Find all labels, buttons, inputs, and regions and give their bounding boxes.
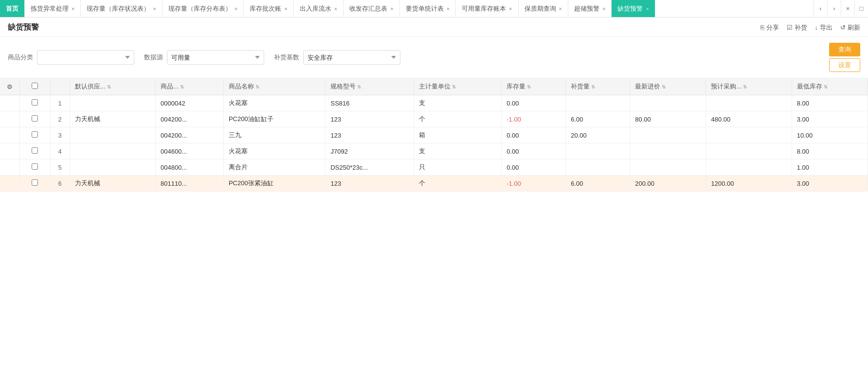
stock-sort-icon: ⇅ xyxy=(527,84,531,89)
row-supplier-2 xyxy=(70,127,155,143)
row-stock-2: 0.00 xyxy=(502,127,566,143)
row-num-0: 1 xyxy=(50,95,70,111)
tab-nav-buttons: ‹ › × □ xyxy=(814,0,868,18)
row-checkbox-3[interactable] xyxy=(32,147,38,154)
tab-close-all-button[interactable]: × xyxy=(841,0,854,18)
column-header-supplier[interactable]: 默认供应...⇅ xyxy=(70,78,155,95)
min-stock-col-label: 最低库存 xyxy=(797,82,822,91)
row-supplier-3 xyxy=(70,143,155,159)
row-checkbox-4[interactable] xyxy=(32,163,38,170)
row-checkbox-2[interactable] xyxy=(32,131,38,138)
tab-prev-button[interactable]: ‹ xyxy=(814,0,827,18)
row-code-0: 0000042 xyxy=(156,95,224,111)
row-num-4: 5 xyxy=(50,159,70,176)
tab-close-receive-summary[interactable]: × xyxy=(390,6,393,12)
tab-receive-summary[interactable]: 收发存汇总表× xyxy=(344,0,399,18)
row-spec-0: SS816 xyxy=(326,95,414,111)
tab-close-available-ledger[interactable]: × xyxy=(509,6,512,12)
tab-close-inout-flow[interactable]: × xyxy=(334,6,337,12)
tab-maximize-button[interactable]: □ xyxy=(854,0,868,18)
row-checkbox-cell-1 xyxy=(19,111,50,127)
est-purchase-sort-icon: ⇅ xyxy=(743,84,747,89)
table-row[interactable]: 2力天机械004200...PC200油缸缸子123个-1.006.0080.0… xyxy=(0,111,868,127)
share-action[interactable]: ⎘ 分享 xyxy=(760,23,779,32)
query-button[interactable]: 查询 xyxy=(829,43,860,56)
column-header-replenish[interactable]: 补货量⇅ xyxy=(566,78,630,95)
refresh-action[interactable]: ↺ 刷新 xyxy=(840,23,860,32)
tab-overstock[interactable]: 超储预警× xyxy=(568,0,612,18)
row-checkbox-5[interactable] xyxy=(32,179,38,186)
supplier-col-label: 默认供应... xyxy=(75,82,106,91)
row-checkbox-0[interactable] xyxy=(32,99,38,106)
tab-shortage[interactable]: 缺货预警× xyxy=(612,0,655,18)
code-col-label: 商品... xyxy=(161,82,179,91)
tab-home[interactable]: 首页 xyxy=(0,0,25,18)
tab-close-batch[interactable]: × xyxy=(284,6,287,12)
column-header-latest-price[interactable]: 最新进价⇅ xyxy=(630,78,706,95)
tab-close-inventory-dist[interactable]: × xyxy=(235,6,237,12)
tab-close-overstock[interactable]: × xyxy=(602,6,605,12)
replenish-action[interactable]: ☑ 补货 xyxy=(787,23,807,32)
replenish-icon: ☑ xyxy=(787,24,793,31)
row-num-2: 3 xyxy=(50,127,70,143)
export-icon: ↓ xyxy=(815,24,818,31)
tab-label-inventory-status: 现存量（库存状况表） xyxy=(87,4,150,13)
row-unit-2: 箱 xyxy=(414,127,501,143)
row-est-purchase-0 xyxy=(706,95,792,111)
column-header-gear[interactable]: ⚙ xyxy=(0,78,19,95)
tab-close-requisition[interactable]: × xyxy=(447,6,450,12)
settings-button[interactable]: 设置 xyxy=(829,58,860,72)
row-min-stock-4: 1.00 xyxy=(792,159,868,176)
export-action[interactable]: ↓ 导出 xyxy=(815,23,833,32)
row-num-1: 2 xyxy=(50,111,70,127)
row-stock-1: -1.00 xyxy=(502,111,566,127)
row-min-stock-0: 8.00 xyxy=(792,95,868,111)
row-supplier-0 xyxy=(70,95,155,111)
row-spec-4: DS250*23c... xyxy=(326,159,414,176)
page-content: 缺货预警 ⎘ 分享 ☑ 补货 ↓ 导出 ↺ 刷新 商品分类 xyxy=(0,18,868,387)
datasource-select[interactable]: 可用量 库存量 xyxy=(167,50,264,65)
column-header-spec[interactable]: 规格型号⇅ xyxy=(326,78,414,95)
table-row[interactable]: 4004600...火花塞J7092支0.008.00 xyxy=(0,143,868,159)
row-checkbox-1[interactable] xyxy=(32,115,38,122)
column-header-code[interactable]: 商品...⇅ xyxy=(156,78,224,95)
row-checkbox-cell-5 xyxy=(19,176,50,192)
row-checkbox-cell-3 xyxy=(19,143,50,159)
row-unit-1: 个 xyxy=(414,111,501,127)
tab-batch[interactable]: 库存批次账× xyxy=(244,0,293,18)
table-row[interactable]: 5004800...离合片DS250*23c...只0.001.00 xyxy=(0,159,868,176)
category-select[interactable] xyxy=(37,50,134,65)
row-checkbox-cell-4 xyxy=(19,159,50,176)
tab-close-shortage[interactable]: × xyxy=(646,6,649,12)
tab-inventory-dist[interactable]: 现存量（库存分布表）× xyxy=(163,0,244,18)
share-icon: ⎘ xyxy=(760,24,764,31)
column-header-est-purchase[interactable]: 预计采购...⇅ xyxy=(706,78,792,95)
row-code-3: 004600... xyxy=(156,143,224,159)
column-header-checkbox[interactable] xyxy=(19,78,50,95)
column-header-name[interactable]: 商品名称⇅ xyxy=(223,78,326,95)
table-row[interactable]: 6力天机械801110...PC200张紧油缸123个-1.006.00200.… xyxy=(0,176,868,192)
tab-inventory-status[interactable]: 现存量（库存状况表）× xyxy=(81,0,162,18)
row-stock-0: 0.00 xyxy=(502,95,566,111)
table-body: 10000042火花塞SS816支0.008.002力天机械004200...P… xyxy=(0,95,868,192)
column-header-stock[interactable]: 库存量⇅ xyxy=(502,78,566,95)
replenish-basis-select[interactable]: 安全库存 最低库存 xyxy=(303,50,400,65)
tab-close-expiry[interactable]: × xyxy=(559,6,562,12)
tab-next-button[interactable]: › xyxy=(827,0,841,18)
tab-inout-flow[interactable]: 出入库流水× xyxy=(294,0,344,18)
export-label: 导出 xyxy=(820,23,832,32)
tab-label-batch: 库存批次账 xyxy=(250,4,281,13)
tab-exception[interactable]: 拣货异常处理× xyxy=(25,0,81,18)
row-est-purchase-1: 480.00 xyxy=(706,111,792,127)
table-row[interactable]: 3004200...三九123箱0.0020.0010.00 xyxy=(0,127,868,143)
unit-col-label: 主计量单位 xyxy=(419,82,451,91)
table-row[interactable]: 10000042火花塞SS816支0.008.00 xyxy=(0,95,868,111)
tab-close-exception[interactable]: × xyxy=(72,6,74,12)
tab-expiry[interactable]: 保质期查询× xyxy=(519,0,568,18)
tab-close-inventory-status[interactable]: × xyxy=(153,6,156,12)
tab-requisition[interactable]: 要货单统计表× xyxy=(400,0,456,18)
column-header-min-stock[interactable]: 最低库存⇅ xyxy=(792,78,868,95)
column-header-unit[interactable]: 主计量单位⇅ xyxy=(414,78,501,95)
select-all-checkbox[interactable] xyxy=(32,83,38,89)
tab-available-ledger[interactable]: 可用量库存账本× xyxy=(456,0,518,18)
